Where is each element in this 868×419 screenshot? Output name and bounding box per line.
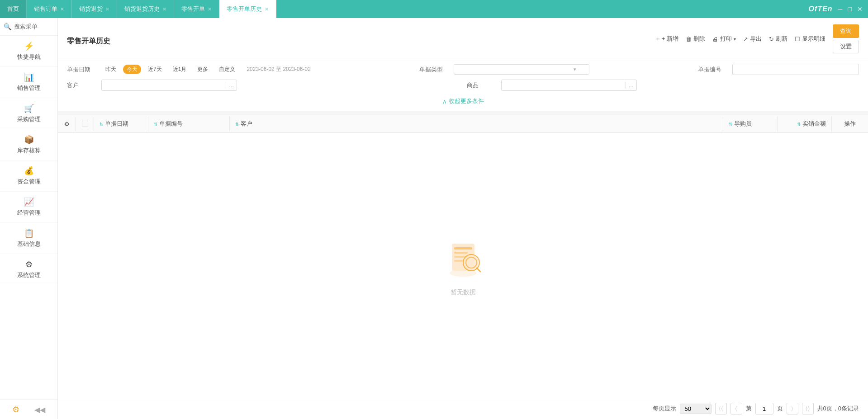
date-today[interactable]: 今天 bbox=[123, 65, 141, 74]
sidebar-item-sales[interactable]: 📊 销售管理 bbox=[0, 67, 57, 98]
sidebar-item-purchase-label: 采购管理 bbox=[17, 115, 41, 123]
window-controls: OfTEn ─ □ ✕ bbox=[809, 5, 868, 13]
minimize-icon[interactable]: ─ bbox=[838, 5, 843, 13]
collapse-label: 收起更多条件 bbox=[449, 97, 484, 105]
sidebar-item-sales-label: 销售管理 bbox=[17, 84, 41, 92]
tab-sales-return-close[interactable]: ✕ bbox=[105, 6, 109, 12]
sidebar-item-purchase[interactable]: 🛒 采购管理 bbox=[0, 98, 57, 129]
main-layout: 🔍 搜索采单 ⚡ 快捷导航 📊 销售管理 🛒 采购管理 📦 库存核算 💰 bbox=[0, 18, 868, 419]
tab-home[interactable]: 首页 bbox=[0, 0, 27, 18]
goods-input[interactable] bbox=[502, 80, 626, 90]
refresh-icon: ↻ bbox=[769, 36, 774, 42]
settings-button[interactable]: 设置 bbox=[833, 40, 859, 53]
page-label: 第 bbox=[746, 405, 752, 413]
page-size-select[interactable]: 50 100 200 bbox=[680, 404, 711, 414]
next-page-button[interactable]: ⟩ bbox=[787, 403, 798, 414]
content-area: 零售开单历史 ＋ + 新增 🗑 删除 🖨 打印 ▾ ↗ 导出 bbox=[58, 18, 868, 419]
tab-sales-order[interactable]: 销售订单 ✕ bbox=[27, 0, 72, 18]
add-button[interactable]: ＋ + 新增 bbox=[655, 35, 678, 43]
sidebar-item-finance[interactable]: 💰 资金管理 bbox=[0, 160, 57, 192]
pagination-total: 共0页，0条记录 bbox=[817, 405, 859, 413]
sidebar-item-basic-info[interactable]: 📋 基础信息 bbox=[0, 223, 57, 254]
tab-sales-order-close[interactable]: ✕ bbox=[60, 6, 64, 12]
date-1month[interactable]: 近1月 bbox=[169, 64, 191, 75]
sidebar-collapse-icon[interactable]: ◀◀ bbox=[34, 405, 45, 414]
th-checkbox[interactable] bbox=[76, 117, 94, 131]
th-customer: ⇅ 客户 bbox=[230, 116, 723, 132]
settings-column-icon[interactable]: ⚙ bbox=[64, 121, 70, 127]
customer-label: 客户 bbox=[67, 81, 94, 89]
date-7days[interactable]: 近7天 bbox=[144, 64, 166, 75]
svg-rect-3 bbox=[454, 252, 468, 254]
sidebar-item-quick-nav-label: 快捷导航 bbox=[17, 53, 41, 61]
type-select[interactable]: ▾ bbox=[454, 64, 589, 75]
sidebar-item-operations[interactable]: 📈 经营管理 bbox=[0, 192, 57, 223]
sort-date-icon[interactable]: ⇅ bbox=[100, 122, 103, 127]
tab-bar: 首页 销售订单 ✕ 销货退货 ✕ 销货退货历史 ✕ 零售开单 ✕ 零售开单历史 … bbox=[0, 0, 868, 18]
date-label: 单据日期 bbox=[67, 66, 94, 74]
tab-sales-return-history-close[interactable]: ✕ bbox=[162, 6, 166, 12]
basic-info-icon: 📋 bbox=[24, 228, 34, 238]
date-shortcuts: 昨天 今天 近7天 近1月 更多 自定义 bbox=[101, 64, 239, 75]
date-more[interactable]: 更多 bbox=[193, 64, 212, 75]
th-amount-label: 实销金额 bbox=[802, 120, 826, 128]
sidebar-item-system[interactable]: ⚙ 系统管理 bbox=[0, 254, 57, 285]
tab-retail-history[interactable]: 零售开单历史 ✕ bbox=[219, 0, 276, 18]
th-settings[interactable]: ⚙ bbox=[58, 117, 76, 131]
add-label: + 新增 bbox=[662, 35, 678, 43]
first-page-button[interactable]: ⟨⟨ bbox=[715, 403, 727, 414]
tab-sales-return[interactable]: 销货退货 ✕ bbox=[72, 0, 117, 18]
goods-ellipsis[interactable]: ... bbox=[626, 82, 636, 89]
sort-customer-icon[interactable]: ⇅ bbox=[235, 122, 239, 127]
sort-order-icon[interactable]: ⇅ bbox=[154, 122, 157, 127]
empty-state: 暂无数据 bbox=[58, 133, 868, 398]
table-header: ⚙ ⇅ 单据日期 ⇅ 单据编号 ⇅ 客户 ⇅ bbox=[58, 115, 868, 133]
tab-retail-open[interactable]: 零售开单 ✕ bbox=[174, 0, 219, 18]
sidebar-search[interactable]: 🔍 搜索采单 bbox=[0, 18, 57, 36]
delete-button[interactable]: 🗑 删除 bbox=[686, 35, 705, 43]
date-custom[interactable]: 自定义 bbox=[215, 64, 239, 75]
prev-page-button[interactable]: ⟨ bbox=[730, 403, 742, 414]
sidebar-item-basic-info-label: 基础信息 bbox=[17, 240, 41, 248]
maximize-icon[interactable]: □ bbox=[848, 5, 852, 13]
refresh-button[interactable]: ↻ 刷新 bbox=[769, 35, 787, 43]
print-dropdown-icon[interactable]: ▾ bbox=[734, 37, 736, 42]
display-detail-button[interactable]: ☐ 显示明细 bbox=[795, 35, 825, 43]
header-actions: ＋ + 新增 🗑 删除 🖨 打印 ▾ ↗ 导出 ↻ bbox=[655, 24, 859, 58]
sidebar-nav: ⚡ 快捷导航 📊 销售管理 🛒 采购管理 📦 库存核算 💰 资金管理 📈 bbox=[0, 36, 57, 400]
tab-retail-open-close[interactable]: ✕ bbox=[208, 6, 212, 12]
order-no-label: 单据编号 bbox=[698, 66, 725, 74]
export-button[interactable]: ↗ 导出 bbox=[743, 35, 762, 43]
sort-amount-icon[interactable]: ⇅ bbox=[797, 122, 801, 127]
sort-guide-icon[interactable]: ⇅ bbox=[729, 122, 732, 127]
sidebar-item-inventory[interactable]: 📦 库存核算 bbox=[0, 129, 57, 160]
svg-rect-2 bbox=[454, 247, 472, 250]
query-button[interactable]: 查询 bbox=[833, 24, 859, 38]
last-page-button[interactable]: ⟩⟩ bbox=[802, 403, 814, 414]
th-order-no-label: 单据编号 bbox=[159, 120, 183, 128]
close-window-icon[interactable]: ✕ bbox=[857, 5, 863, 13]
customer-ellipsis[interactable]: ... bbox=[226, 82, 237, 89]
type-label: 单据类型 bbox=[419, 66, 446, 74]
header-checkbox[interactable] bbox=[82, 121, 88, 127]
date-yesterday[interactable]: 昨天 bbox=[101, 64, 120, 75]
order-no-input[interactable] bbox=[732, 64, 859, 75]
print-button[interactable]: 🖨 打印 ▾ bbox=[712, 35, 736, 43]
refresh-label: 刷新 bbox=[776, 35, 787, 43]
page-number-input[interactable] bbox=[755, 403, 773, 414]
checkbox-display-icon: ☐ bbox=[795, 36, 800, 42]
brand-text: OfTEn bbox=[809, 5, 833, 13]
collapse-button[interactable]: ∧ 收起更多条件 bbox=[442, 97, 484, 105]
delete-icon: 🗑 bbox=[686, 36, 692, 42]
date-range-text: 2023-06-02 至 2023-06-02 bbox=[247, 66, 310, 73]
export-label: 导出 bbox=[750, 35, 762, 43]
customer-input[interactable] bbox=[102, 80, 226, 90]
tab-retail-history-label: 零售开单历史 bbox=[227, 5, 262, 13]
print-icon: 🖨 bbox=[712, 36, 718, 42]
sidebar-item-inventory-label: 库存核算 bbox=[17, 146, 41, 155]
tab-sales-return-history[interactable]: 销货退货历史 ✕ bbox=[117, 0, 174, 18]
print-label: 打印 bbox=[720, 35, 732, 43]
sidebar-settings-icon[interactable]: ⚙ bbox=[12, 405, 19, 414]
tab-retail-history-close[interactable]: ✕ bbox=[265, 6, 269, 12]
sidebar-item-quick-nav[interactable]: ⚡ 快捷导航 bbox=[0, 36, 57, 67]
